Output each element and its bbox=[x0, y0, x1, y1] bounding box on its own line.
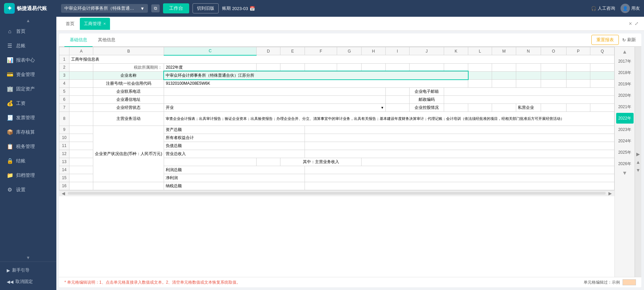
year-item-2022[interactable]: 2022年 bbox=[616, 113, 634, 124]
scroll-right-icon[interactable]: ▶ bbox=[607, 191, 613, 196]
sidebar-item-invoice[interactable]: 🧾 发票管理 bbox=[0, 111, 56, 125]
cell-11A[interactable] bbox=[69, 142, 93, 150]
cell-15A[interactable] bbox=[69, 174, 93, 182]
year-item-2021[interactable]: 2021年 bbox=[616, 101, 634, 112]
cell-3N[interactable] bbox=[516, 71, 541, 79]
cell-13D[interactable] bbox=[256, 158, 280, 166]
year-item-2019[interactable]: 2019年 bbox=[616, 79, 634, 89]
cell-14F[interactable] bbox=[305, 166, 614, 174]
cell-5B[interactable]: 企业联系电话 bbox=[93, 87, 164, 95]
cell-4B[interactable]: 注册号/统一社会信用代码 bbox=[93, 79, 164, 87]
tab-home[interactable]: 首页 bbox=[62, 17, 78, 31]
tab-other-info[interactable]: 其他信息 bbox=[93, 33, 121, 47]
switch-old-button[interactable]: 切到旧版 bbox=[193, 3, 219, 13]
col-header-E[interactable]: E bbox=[280, 47, 305, 55]
col-header-M[interactable]: M bbox=[492, 47, 516, 55]
cell-2G[interactable] bbox=[337, 63, 362, 71]
cell-12A[interactable] bbox=[69, 150, 93, 158]
window-close-icon[interactable]: × bbox=[629, 21, 632, 27]
cell-13A[interactable] bbox=[69, 158, 93, 166]
cell-13C[interactable] bbox=[164, 158, 257, 166]
sidebar-scroll-down[interactable]: ▼ bbox=[0, 254, 56, 262]
cell-6A[interactable] bbox=[69, 95, 93, 103]
cell-14C[interactable]: 利润总额 bbox=[164, 166, 305, 174]
cell-7A[interactable] bbox=[69, 103, 93, 112]
sidebar-item-close[interactable]: 🔒 结账 bbox=[0, 154, 56, 168]
year-scroll-up-button[interactable]: ▲ bbox=[619, 48, 631, 56]
tab-basic-info[interactable]: 基础信息 bbox=[64, 33, 93, 47]
cell-10A[interactable] bbox=[69, 134, 93, 142]
col-header-Q[interactable]: Q bbox=[590, 47, 614, 55]
cell-15C[interactable]: 净利润 bbox=[164, 174, 305, 182]
cell-2E[interactable] bbox=[280, 63, 305, 71]
cell-2Q[interactable] bbox=[590, 63, 614, 71]
cell-12F[interactable] bbox=[305, 150, 614, 158]
cell-2M[interactable] bbox=[492, 63, 516, 71]
cell-8A[interactable] bbox=[69, 112, 93, 126]
cell-4A[interactable] bbox=[69, 79, 93, 87]
cell-3C[interactable]: 中审众环会计师事务所（特殊普通合伙）江苏分所 bbox=[164, 71, 468, 79]
workbench-button[interactable]: 工作台 bbox=[163, 3, 189, 13]
expand-down-button[interactable]: ▼ bbox=[635, 166, 641, 174]
window-expand-icon[interactable]: ⤢ bbox=[635, 21, 639, 27]
year-item-2020[interactable]: 2020年 bbox=[616, 90, 634, 101]
cell-2P[interactable] bbox=[566, 63, 590, 71]
cell-7O[interactable] bbox=[541, 103, 566, 112]
expand-up-button[interactable]: ▲ bbox=[635, 158, 641, 166]
col-header-H[interactable]: H bbox=[362, 47, 385, 55]
cell-7N[interactable]: 私营企业 bbox=[516, 103, 541, 112]
cell-6B[interactable]: 企业通信地址 bbox=[93, 95, 164, 103]
cell-3A[interactable] bbox=[69, 71, 93, 79]
company-selector[interactable]: 中审众环会计师事务所（特殊普通合伙... ▼ bbox=[61, 4, 148, 13]
cell-2N[interactable] bbox=[516, 63, 541, 71]
cell-9C[interactable]: 资产总额 bbox=[164, 126, 305, 134]
year-item-2023[interactable]: 2023年 bbox=[616, 124, 634, 135]
sidebar-item-report[interactable]: 📊 报表中心 bbox=[0, 53, 56, 67]
cell-4P[interactable] bbox=[566, 79, 590, 87]
cell-7P[interactable] bbox=[566, 103, 590, 112]
cell-2D[interactable] bbox=[256, 63, 280, 71]
refresh-button[interactable]: ↻ 刷新 bbox=[622, 37, 636, 43]
cell-16C[interactable]: 纳税总额 bbox=[164, 182, 305, 190]
year-item-2025[interactable]: 2025年 bbox=[616, 147, 634, 158]
col-header-O[interactable]: O bbox=[541, 47, 566, 55]
cell-6C[interactable] bbox=[164, 95, 385, 103]
help-button[interactable]: 🎧 人工咨询 bbox=[591, 5, 615, 11]
col-header-F[interactable]: F bbox=[305, 47, 337, 55]
new-guide-button[interactable]: ▶ 新手引导 bbox=[0, 265, 56, 276]
collapse-right-button[interactable]: ▶ bbox=[636, 150, 641, 158]
col-header-P[interactable]: P bbox=[566, 47, 590, 55]
cell-11F[interactable] bbox=[305, 142, 614, 150]
cell-3M[interactable] bbox=[492, 71, 516, 79]
cell-7C[interactable]: 开业 ▼ bbox=[164, 103, 385, 112]
cell-title[interactable]: 工商年报信息表 bbox=[69, 55, 614, 64]
cell-2C[interactable]: 2022年度 bbox=[164, 63, 257, 71]
cell-9B[interactable]: 企业资产状况信息(币种：人民币万元) bbox=[93, 126, 164, 182]
spreadsheet-main[interactable]: A B C D E F G H I J K L bbox=[59, 47, 614, 277]
col-header-I[interactable]: I bbox=[385, 47, 409, 55]
cell-2H[interactable] bbox=[362, 63, 385, 71]
cell-10F[interactable] bbox=[305, 134, 614, 142]
cell-15F[interactable] bbox=[305, 174, 614, 182]
cell-4C[interactable]: 91320100MA208E5W6K bbox=[164, 79, 468, 87]
cell-10C[interactable]: 所有者权益合计 bbox=[164, 134, 305, 142]
col-header-J[interactable]: J bbox=[409, 47, 444, 55]
col-header-D[interactable]: D bbox=[256, 47, 280, 55]
cell-5C[interactable] bbox=[164, 87, 385, 95]
sidebar-scroll-up[interactable]: ▲ bbox=[0, 17, 56, 24]
cell-16F[interactable] bbox=[305, 182, 614, 190]
col-header-B[interactable]: B bbox=[93, 47, 164, 55]
cell-7J[interactable]: 企业控股情况 bbox=[409, 103, 444, 112]
user-menu[interactable]: 👤 用友 bbox=[621, 4, 640, 13]
cell-16A[interactable] bbox=[69, 182, 93, 190]
cell-7B[interactable]: 企业经营状态 bbox=[93, 103, 164, 112]
cell-6K[interactable] bbox=[444, 95, 614, 103]
cell-2A[interactable] bbox=[69, 63, 93, 71]
cell-4Q[interactable] bbox=[590, 79, 614, 87]
cell-7Q[interactable] bbox=[590, 103, 614, 112]
unpin-button[interactable]: ◀◀ 取消固定 bbox=[0, 276, 56, 287]
cell-3L[interactable] bbox=[468, 71, 492, 79]
col-header-C[interactable]: C bbox=[164, 47, 257, 55]
col-header-K[interactable]: K bbox=[444, 47, 468, 55]
sidebar-item-ledger[interactable]: ☰ 总账 bbox=[0, 39, 56, 53]
